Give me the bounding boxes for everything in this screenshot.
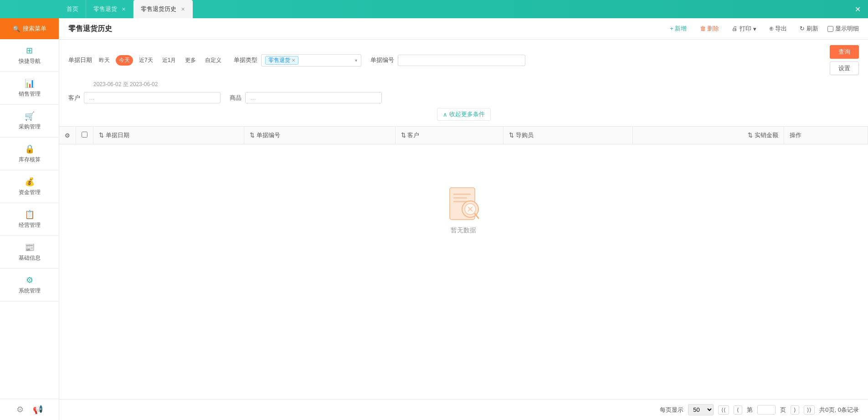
- date-btn-7days[interactable]: 近7天: [136, 55, 156, 66]
- print-button[interactable]: 🖨 打印 ▾: [728, 23, 760, 35]
- show-detail-checkbox[interactable]: [827, 26, 833, 32]
- first-page-button[interactable]: ⟨⟨: [718, 405, 729, 415]
- refresh-button[interactable]: ↻ 刷新: [796, 23, 822, 35]
- table-wrapper: ⚙ ⇅ 单据日期 ⇅ 单据编号: [59, 127, 868, 399]
- collapse-label: 收起更多条件: [449, 110, 485, 118]
- new-button[interactable]: + 新增: [666, 23, 690, 35]
- date-btn-1month[interactable]: 近1月: [159, 55, 180, 66]
- settings-button[interactable]: 设置: [830, 61, 859, 75]
- sidebar-item-basic-info[interactable]: 📰 基础信息: [0, 236, 59, 269]
- tab-home-label: 首页: [67, 5, 78, 13]
- customer-filter-label: 客户: [68, 94, 80, 102]
- date-btn-yesterday[interactable]: 昨天: [96, 55, 113, 66]
- page-number-input[interactable]: 1: [757, 405, 776, 415]
- prev-page-button[interactable]: ⟨: [734, 405, 742, 415]
- sidebar-search[interactable]: 🔍 搜索菜单: [0, 18, 59, 39]
- customer-input[interactable]: [84, 92, 221, 103]
- number-filter-label: 单据编号: [370, 56, 394, 64]
- sidebar-item-sales-label: 销售管理: [19, 90, 41, 98]
- page-size-select[interactable]: 50 20 100: [688, 404, 714, 415]
- total-label: 共0页, 0条记录: [819, 406, 859, 414]
- th-guide-sort: ⇅: [509, 132, 516, 138]
- settings-bottom-icon[interactable]: ⚙: [16, 405, 24, 415]
- svg-rect-2: [453, 197, 467, 199]
- date-btn-more[interactable]: 更多: [182, 55, 199, 66]
- type-tag-close[interactable]: ✕: [292, 58, 295, 63]
- empty-state: 暂无数据: [59, 144, 868, 271]
- th-settings[interactable]: ⚙: [59, 127, 76, 144]
- page-header: 零售退货历史 + 新增 🗑 删除 🖨 打印 ▾ ⊕ 导出 ↻ 刷新: [59, 18, 868, 40]
- system-icon: ⚙: [26, 275, 33, 285]
- refresh-button-label: ↻ 刷新: [800, 25, 818, 33]
- th-checkbox[interactable]: [76, 127, 93, 144]
- collapse-button[interactable]: ∧ 收起更多条件: [437, 108, 491, 121]
- volume-icon[interactable]: 📢: [33, 405, 43, 415]
- sidebar-item-system-mgmt[interactable]: ⚙ 系统管理: [0, 269, 59, 302]
- tab-retail-return-close[interactable]: ✕: [122, 6, 126, 12]
- delete-button-label: 🗑 删除: [700, 25, 719, 33]
- sidebar-item-operations-label: 经营管理: [19, 221, 41, 229]
- th-guide[interactable]: ⇅ 导购员: [503, 127, 632, 144]
- th-customer-text: 客户: [407, 132, 419, 138]
- th-date-text: 单据日期: [106, 132, 129, 138]
- tab-retail-return-history[interactable]: 零售退货历史 ✕: [134, 0, 193, 18]
- empty-text: 暂无数据: [451, 226, 476, 235]
- th-date[interactable]: ⇅ 单据日期: [93, 127, 244, 144]
- sidebar-item-finance[interactable]: 💰 资金管理: [0, 170, 59, 203]
- sidebar-item-inventory[interactable]: 🔒 库存核算: [0, 138, 59, 170]
- data-table: ⚙ ⇅ 单据日期 ⇅ 单据编号: [59, 127, 868, 271]
- select-all-checkbox[interactable]: [82, 132, 87, 138]
- type-filter-label: 单据类型: [234, 56, 257, 64]
- finance-icon: 💰: [25, 177, 35, 187]
- th-customer-sort: ⇅: [401, 132, 408, 138]
- sidebar-item-quick-nav[interactable]: ⊞ 快捷导航: [0, 39, 59, 72]
- tab-home[interactable]: 首页: [59, 0, 86, 18]
- next-page-button[interactable]: ⟩: [791, 405, 799, 415]
- type-tag: 零售退货 ✕: [265, 56, 298, 65]
- date-filter-label: 单据日期: [68, 56, 92, 64]
- svg-rect-1: [453, 194, 471, 195]
- query-section: 查询 设置: [830, 45, 859, 75]
- print-dropdown-icon[interactable]: ▾: [753, 26, 756, 32]
- sidebar-item-purchase-mgmt[interactable]: 🛒 采购管理: [0, 105, 59, 138]
- th-number[interactable]: ⇅ 单据编号: [244, 127, 395, 144]
- type-tag-text: 零售退货: [268, 56, 290, 64]
- goods-filter-label: 商品: [230, 94, 241, 102]
- window-close-button[interactable]: ✕: [847, 0, 868, 18]
- filter-row-1: 单据日期 昨天 今天 近7天 近1月 更多 自定义 单据类型: [68, 45, 859, 75]
- th-amount-text: 实销金额: [755, 132, 778, 138]
- number-input[interactable]: [398, 55, 525, 66]
- show-detail-text: 显示明细: [835, 25, 859, 33]
- type-select[interactable]: 零售退货 ✕ ▾: [261, 54, 361, 67]
- sidebar-item-operations[interactable]: 📋 经营管理: [0, 203, 59, 236]
- purchase-icon: 🛒: [25, 111, 35, 121]
- type-filter: 单据类型 零售退货 ✕ ▾: [234, 54, 361, 67]
- th-action-text: 操作: [790, 132, 801, 138]
- date-range-display: 2023-06-02 至 2023-06-02: [93, 81, 158, 87]
- show-detail-label[interactable]: 显示明细: [827, 25, 859, 33]
- th-customer[interactable]: ⇅ 客户: [395, 127, 503, 144]
- page-title: 零售退货历史: [68, 24, 112, 34]
- goods-input[interactable]: [245, 92, 382, 103]
- date-btn-today[interactable]: 今天: [116, 55, 133, 66]
- query-button[interactable]: 查询: [830, 45, 859, 59]
- last-page-button[interactable]: ⟩⟩: [804, 405, 815, 415]
- sidebar-item-sales-mgmt[interactable]: 📊 销售管理: [0, 72, 59, 105]
- page-label-post: 页: [780, 406, 786, 414]
- tab-retail-return[interactable]: 零售退货 ✕: [86, 0, 134, 18]
- sidebar-item-basic-info-label: 基础信息: [19, 254, 41, 262]
- settings-icon[interactable]: ⚙: [65, 132, 70, 139]
- th-date-label: ⇅: [99, 132, 106, 138]
- th-action: 操作: [784, 127, 868, 144]
- sidebar-bottom: ⚙ 📢: [0, 399, 59, 420]
- export-button[interactable]: ⊕ 导出: [765, 23, 791, 35]
- th-amount[interactable]: ⇅ 实销金额: [633, 127, 784, 144]
- tab-retail-return-history-close[interactable]: ✕: [181, 6, 185, 12]
- th-amount-sort: ⇅: [748, 132, 755, 138]
- filter-row-2: 客户 商品: [68, 92, 859, 103]
- tab-retail-return-history-label: 零售退货历史: [141, 5, 176, 13]
- delete-button[interactable]: 🗑 删除: [696, 23, 723, 35]
- date-btn-custom[interactable]: 自定义: [202, 55, 225, 66]
- number-filter: 单据编号: [370, 55, 525, 66]
- filter-area: 单据日期 昨天 今天 近7天 近1月 更多 自定义 单据类型: [59, 40, 868, 127]
